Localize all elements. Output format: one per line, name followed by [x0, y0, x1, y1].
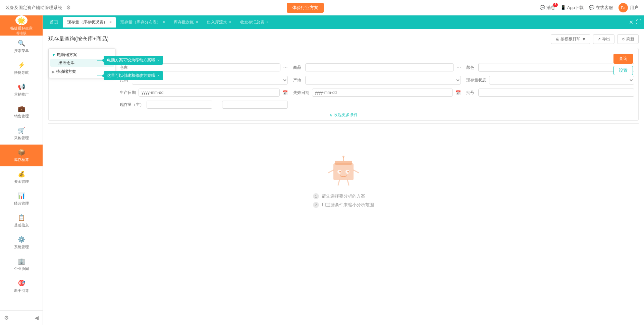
user-menu[interactable]: Ea 用户 — [619, 3, 639, 12]
cart-icon: 🛒 — [18, 127, 25, 134]
tab-recv-summary[interactable]: 收发存汇总表 × — [236, 17, 273, 28]
filter-expiry-date-row: 失效日期 📅 — [293, 89, 461, 97]
sidebar-item-purchase[interactable]: 🛒 采购管理 — [0, 123, 43, 145]
refresh-button[interactable]: ↺ 刷新 — [617, 34, 639, 44]
tab-inventory-status-label: 现存量（库存状况表） — [67, 19, 107, 25]
sidebar-label-system: 系统管理 — [14, 245, 29, 250]
empty-illustration — [323, 153, 364, 188]
tooltip-connector-line — [97, 60, 102, 60]
online-service-button[interactable]: 💬 在线客服 — [589, 5, 613, 11]
qty-max-input[interactable] — [222, 101, 288, 109]
sidebar-label-enterprise: 企业协同 — [14, 266, 29, 271]
tab-inventory-dist-label: 现存量（库存分布表） — [120, 19, 161, 25]
list-icon: 📋 — [18, 214, 25, 221]
setup-button[interactable]: 设置 — [613, 66, 633, 75]
sidebar-item-guide[interactable]: 🎯 新手引导 — [0, 275, 43, 297]
step2-num: 2 — [313, 202, 319, 208]
tooltip-connector-dot — [102, 59, 105, 62]
origin-select[interactable] — [305, 76, 461, 85]
tooltip-edit-close[interactable]: × — [157, 73, 160, 78]
production-date-input[interactable] — [139, 89, 280, 97]
sidebar-label-quick-nav: 快捷导航 — [14, 70, 29, 75]
industry-button[interactable]: 体验行业方案 — [287, 3, 324, 13]
sidebar-item-basic-info[interactable]: 📋 基础信息 — [0, 210, 43, 232]
svg-rect-0 — [333, 163, 354, 180]
sidebar-item-quick-nav[interactable]: ⚡ 快捷导航 — [0, 57, 43, 79]
collapse-button[interactable]: ∧ 收起更多条件 — [53, 109, 634, 119]
sidebar-item-system[interactable]: ⚙️ 系统管理 — [0, 232, 43, 254]
sidebar-menu: 🔍 搜索菜单 ⚡ 快捷导航 📢 营销推广 💼 销售管理 🛒 采购管理 — [0, 36, 43, 310]
tooltip2-connector-dot — [102, 74, 105, 77]
sidebar-item-enterprise[interactable]: 🏢 企业协同 — [0, 254, 43, 275]
target-icon: 🎯 — [18, 279, 25, 287]
sidebar-item-marketing[interactable]: 📢 营销推广 — [0, 79, 43, 101]
sidebar: 🌟 畅捷通好生意 标准版 🔍 搜索菜单 ⚡ 快捷导航 📢 营销 — [0, 15, 43, 325]
main-layout: 🌟 畅捷通好生意 标准版 🔍 搜索菜单 ⚡ 快捷导航 📢 营销 — [0, 15, 644, 325]
query-button[interactable]: 查询 — [613, 54, 633, 64]
sidebar-item-finance[interactable]: 💰 资金管理 — [0, 166, 43, 188]
tooltip-pc-text: 电脑方案可设为移动方案哦 — [107, 57, 155, 63]
origin-label: 产地 — [293, 77, 303, 83]
sidebar-label-guide: 新手引导 — [14, 288, 29, 293]
svg-line-8 — [328, 170, 333, 173]
user-label: 用户 — [630, 5, 639, 11]
tab-batch-account[interactable]: 库存批次账 × — [170, 17, 202, 28]
step1-num: 1 — [313, 193, 319, 199]
message-button[interactable]: 💬 消息 6 — [540, 5, 555, 11]
sidebar-label-basic-info: 基础信息 — [14, 223, 29, 228]
message-badge: 6 — [553, 3, 558, 7]
tooltip-pc-scheme: 电脑方案可设为移动方案哦 × — [104, 56, 163, 65]
qty-min-input[interactable] — [147, 101, 212, 109]
app-download-button[interactable]: 📱 App下载 — [560, 5, 584, 11]
app-download-label: App下载 — [567, 5, 584, 11]
template-print-button[interactable]: 🖨 按模板打印 ▼ — [551, 34, 590, 44]
tab-inventory-status-close[interactable]: × — [109, 20, 112, 24]
warehouse-dots[interactable]: ··· — [283, 64, 287, 70]
tab-batch-account-close[interactable]: × — [196, 20, 198, 24]
batch-input[interactable] — [478, 89, 634, 97]
arrow-down-icon: ▼ — [52, 53, 56, 57]
tab-inventory-dist-close[interactable]: × — [163, 20, 165, 24]
tab-inventory-status[interactable]: 现存量（库存状况表） × — [63, 17, 116, 28]
tab-inventory-dist[interactable]: 现存量（库存分布表） × — [116, 17, 169, 28]
color-select[interactable] — [478, 63, 634, 72]
goods-dots[interactable]: ··· — [457, 64, 461, 70]
refresh-label: 刷新 — [626, 36, 634, 42]
calendar-icon-prod[interactable]: 📅 — [282, 90, 288, 95]
tab-recv-summary-close[interactable]: × — [266, 20, 269, 24]
sidebar-item-operations[interactable]: 📊 经营管理 — [0, 188, 43, 210]
tab-flow-label: 出入库流水 — [207, 19, 227, 25]
logo-brand: 畅捷通好生意 — [10, 26, 33, 31]
step1-text: 请先选择要分析的方案 — [322, 193, 365, 199]
tab-close-all[interactable]: ✕ — [629, 19, 633, 25]
box-icon: 📦 — [18, 149, 25, 156]
tab-flow[interactable]: 出入库流水 × — [203, 17, 235, 28]
tab-home[interactable]: 首页 — [46, 19, 62, 25]
sidebar-label-operations: 经营管理 — [14, 201, 29, 206]
expiry-date-input[interactable] — [312, 89, 453, 97]
goods-input[interactable] — [305, 63, 454, 71]
empty-state: 1 请先选择要分析的方案 2 用过滤条件来缩小分析范围 — [48, 126, 639, 235]
sidebar-item-search[interactable]: 🔍 搜索菜单 — [0, 36, 43, 57]
settings-icon[interactable]: ⚙ — [66, 4, 71, 11]
refresh-icon: ↺ — [622, 37, 625, 42]
tab-recv-summary-label: 收发存汇总表 — [240, 19, 264, 25]
print-icon: 🖨 — [555, 37, 559, 42]
sidebar-collapse-icon[interactable]: ◀ — [35, 315, 39, 321]
logo-icon: 🌟 — [15, 15, 28, 25]
svg-point-7 — [342, 156, 344, 158]
sidebar-item-inventory[interactable]: 📦 库存核算 — [0, 145, 43, 166]
tab-flow-close[interactable]: × — [229, 20, 231, 24]
bottom-settings-icon[interactable]: ⚙ — [4, 315, 9, 321]
tab-maximize[interactable]: ⛶ — [636, 19, 641, 25]
stock-status-select[interactable] — [489, 76, 634, 85]
filter-stock-status-row: 现存量状态 — [466, 76, 634, 85]
filter-origin-row: 产地 — [293, 76, 461, 85]
export-button[interactable]: ↗ 导出 — [593, 34, 614, 44]
tooltip-pc-close[interactable]: × — [157, 58, 160, 63]
expiry-date-label: 失效日期 — [293, 90, 309, 96]
sidebar-logo: 🌟 畅捷通好生意 标准版 — [0, 15, 43, 36]
calendar-icon-exp[interactable]: 📅 — [455, 90, 461, 95]
goods-label: 商品 — [293, 65, 303, 70]
sidebar-item-sales[interactable]: 💼 销售管理 — [0, 101, 43, 123]
